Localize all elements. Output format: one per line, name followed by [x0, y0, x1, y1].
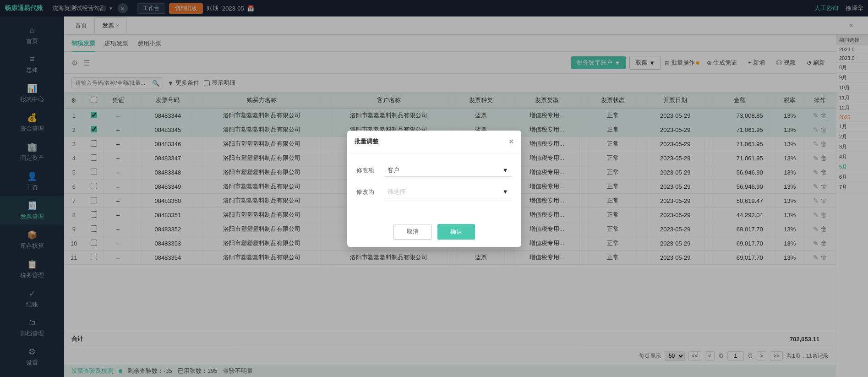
cancel-button[interactable]: 取消 [393, 224, 432, 240]
confirm-button[interactable]: 确认 [437, 224, 475, 240]
modal-footer: 取消 确认 [347, 219, 521, 247]
modify-to-label: 修改为 [356, 188, 384, 196]
modify-to-select[interactable]: 请选择 ▼ [384, 186, 512, 198]
modify-to-chevron: ▼ [502, 188, 508, 195]
modify-field-value: 客户 [388, 166, 399, 175]
modify-field-label: 修改项 [356, 166, 384, 175]
modal-header: 批量调整 × [347, 131, 521, 153]
modify-to-placeholder: 请选择 [388, 188, 405, 196]
modify-to-row: 修改为 请选择 ▼ [356, 186, 512, 198]
modify-field-chevron: ▼ [502, 167, 508, 174]
modal-close-button[interactable]: × [509, 137, 514, 147]
modify-field-row: 修改项 客户 ▼ [356, 164, 512, 177]
batch-adjust-modal: 批量调整 × 修改项 客户 ▼ 修改为 请选择 ▼ 取消 确认 [347, 131, 521, 247]
modal-overlay: 批量调整 × 修改项 客户 ▼ 修改为 请选择 ▼ 取消 确认 [0, 0, 868, 377]
modal-title: 批量调整 [355, 137, 378, 146]
modal-body: 修改项 客户 ▼ 修改为 请选择 ▼ [347, 153, 521, 219]
modify-field-select[interactable]: 客户 ▼ [384, 164, 512, 177]
